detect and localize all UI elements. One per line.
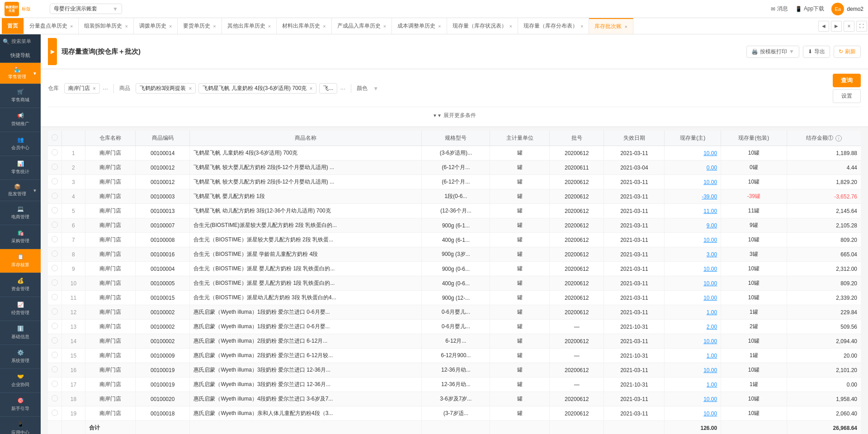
tab-ku-cun-pi-ci[interactable]: 库存批次账 × <box>589 18 633 34</box>
app-download-btn[interactable]: 📱 App下载 <box>795 5 824 13</box>
stock-main-link-0[interactable]: 10.00 <box>703 150 717 156</box>
sidebar-item-purchase-mgmt[interactable]: 🛍️ 采购管理 <box>0 225 41 249</box>
stock-main-link-12[interactable]: 2.00 <box>707 324 717 330</box>
btn-export[interactable]: ⬇ 导出 <box>803 46 830 58</box>
sidebar-item-basic-info[interactable]: ℹ️ 基础信息 <box>0 321 41 345</box>
row-checkbox-15[interactable] <box>52 366 58 373</box>
stock-main-link-9[interactable]: 10.00 <box>703 280 717 287</box>
sidebar-item-app-center[interactable]: 📱 应用中心 <box>0 417 41 434</box>
expand-more-btn[interactable]: ▼▼ 展开更多条件 <box>433 109 476 122</box>
row-checkbox-5[interactable] <box>52 222 58 228</box>
sidebar-item-ecommerce-mgmt[interactable]: 💻 电商管理 <box>0 201 41 225</box>
settings-btn[interactable]: 设置 <box>833 89 861 103</box>
sidebar-item-retail-shop[interactable]: 🛒 零售商城 <box>0 84 41 108</box>
stock-main-link-10[interactable]: 10.00 <box>703 295 717 301</box>
row-checkbox-3[interactable] <box>52 193 58 199</box>
tab-xian-cun-fen-bu-close[interactable]: × <box>580 24 583 29</box>
row-checkbox-12[interactable] <box>52 323 58 329</box>
tab-diao-bo[interactable]: 调拨单历史 × <box>134 18 178 34</box>
product-tag-0[interactable]: 飞鹤奶粉3段两提装 × <box>136 83 196 94</box>
tab-ku-cun-pi-ci-close[interactable]: × <box>624 24 627 29</box>
sidebar-item-enterprise-collab[interactable]: 🤝 企业协同 <box>0 369 41 393</box>
row-checkbox-7[interactable] <box>52 250 58 257</box>
tab-chan-pin-close[interactable]: × <box>383 24 386 29</box>
product-filter-more[interactable]: ··· <box>340 85 345 92</box>
product-tag-0-close[interactable]: × <box>189 85 192 92</box>
product-tag-1[interactable]: 飞鹤星飞帆 儿童奶粉 4段(3-6岁适用) 700克 × <box>198 83 316 94</box>
nav-maximize[interactable]: ⛶ <box>856 21 867 32</box>
sidebar-item-inventory-check[interactable]: 📋 库存核算 <box>0 249 41 273</box>
tab-xian-cun-fen-bu[interactable]: 现存量（库存分布表） × <box>518 18 589 34</box>
sidebar-item-wholesale-mgmt[interactable]: 📦 批发管理 ▼ <box>0 180 41 201</box>
row-checkbox-2[interactable] <box>52 178 58 184</box>
sidebar-shortcut[interactable]: 快捷导航 <box>0 48 41 63</box>
stock-main-link-1[interactable]: 0.00 <box>707 165 717 171</box>
stock-main-link-11[interactable]: 1.00 <box>707 309 717 316</box>
row-checkbox-9[interactable] <box>52 279 58 286</box>
tab-fen-pan-close[interactable]: × <box>70 24 73 29</box>
stock-main-link-4[interactable]: 11.00 <box>703 208 717 214</box>
sidebar-item-retail-mgmt[interactable]: 🏪 零售管理 ▼ <box>0 63 41 84</box>
query-btn[interactable]: 查询 <box>833 74 861 87</box>
tab-diao-bo-close[interactable]: × <box>169 24 172 29</box>
btn-refresh[interactable]: ↻ 刷新 <box>834 46 861 58</box>
tab-yao-huo-close[interactable]: × <box>213 24 216 29</box>
sidebar-item-new-guide[interactable]: 🎯 新手引导 <box>0 393 41 417</box>
stock-main-link-5[interactable]: 9.00 <box>707 222 717 229</box>
message-btn[interactable]: ✉ 消息 <box>771 5 788 13</box>
stock-main-link-6[interactable]: 10.00 <box>703 237 717 243</box>
balance-info-icon[interactable]: i <box>835 135 842 142</box>
sidebar-search[interactable]: 🔍 搜索菜单 <box>0 34 41 48</box>
sidebar-item-finance-mgmt[interactable]: 💰 资金管理 <box>0 273 41 297</box>
row-checkbox-4[interactable] <box>52 207 58 213</box>
stock-main-link-3[interactable]: -39.00 <box>702 193 717 200</box>
stock-main-link-13[interactable]: 10.00 <box>703 338 717 344</box>
row-checkbox-6[interactable] <box>52 236 58 242</box>
tab-chan-pin[interactable]: 产成品入库单历史 × <box>332 18 392 34</box>
tab-cheng-ben-close[interactable]: × <box>438 24 441 29</box>
nav-close-all[interactable]: × <box>844 21 854 32</box>
stock-main-link-7[interactable]: 3.00 <box>707 251 717 258</box>
stock-main-link-2[interactable]: 10.00 <box>703 179 717 185</box>
tab-fen-pan[interactable]: 分量盘点单历史 × <box>24 18 79 34</box>
tab-qi-ta-chu-close[interactable]: × <box>268 24 271 29</box>
stock-main-link-15[interactable]: 10.00 <box>703 367 717 373</box>
product-tag-1-close[interactable]: × <box>309 85 312 92</box>
tab-xian-cun-ku-cun[interactable]: 现存量（库存状况表） × <box>447 18 518 34</box>
product-tag-2[interactable]: 飞... <box>319 83 337 94</box>
stock-main-link-14[interactable]: 1.00 <box>707 353 717 359</box>
tab-qi-ta-chu[interactable]: 其他出库单历史 × <box>222 18 277 34</box>
row-checkbox-18[interactable] <box>52 410 58 416</box>
sidebar-item-retail-stat[interactable]: 📊 零售统计 <box>0 156 41 180</box>
row-checkbox-17[interactable] <box>52 395 58 401</box>
sidebar-item-sys-mgmt[interactable]: ⚙️ 系统管理 <box>0 345 41 369</box>
stock-main-link-16[interactable]: 1.00 <box>707 382 717 388</box>
row-checkbox-10[interactable] <box>52 294 58 300</box>
tab-cheng-ben[interactable]: 成本调整单历史 × <box>392 18 447 34</box>
sidebar-item-ops-mgmt[interactable]: 📈 经营管理 <box>0 297 41 321</box>
stock-main-link-17[interactable]: 10.00 <box>703 396 717 402</box>
warehouse-filter-more[interactable]: ··· <box>103 85 108 92</box>
tab-xian-cun-ku-cun-close[interactable]: × <box>509 24 512 29</box>
sidebar-item-marketing[interactable]: 📢 营销推广 <box>0 108 41 132</box>
tab-cai-liao[interactable]: 材料出库单历史 × <box>277 18 331 34</box>
tab-zu-he[interactable]: 组装拆卸单历史 × <box>79 18 133 34</box>
warehouse-tag[interactable]: 南岸门店 × <box>64 83 100 94</box>
tab-zu-he-close[interactable]: × <box>125 24 127 29</box>
nav-next-arrow[interactable]: ▶ <box>831 21 842 32</box>
sidebar-expand-btn[interactable]: ▶ <box>48 38 57 65</box>
row-checkbox-1[interactable] <box>52 164 58 170</box>
btn-template-print[interactable]: 🖨️ 按模板打印 ▼ <box>746 46 799 58</box>
row-checkbox-14[interactable] <box>52 352 58 358</box>
row-checkbox-16[interactable] <box>52 381 58 387</box>
tab-home[interactable]: 首页 <box>2 18 24 34</box>
user-area[interactable]: Ea demo2 <box>831 3 863 15</box>
warehouse-selector[interactable]: 母婴行业演示账套 ▼ <box>50 4 122 14</box>
row-checkbox-0[interactable] <box>52 149 58 156</box>
select-all-checkbox[interactable] <box>52 134 58 141</box>
stock-main-link-8[interactable]: 10.00 <box>703 266 717 272</box>
nav-prev-arrow[interactable]: ◀ <box>818 21 829 32</box>
stock-main-link-18[interactable]: 10.00 <box>703 410 717 417</box>
row-checkbox-13[interactable] <box>52 337 58 344</box>
row-checkbox-8[interactable] <box>52 265 58 271</box>
